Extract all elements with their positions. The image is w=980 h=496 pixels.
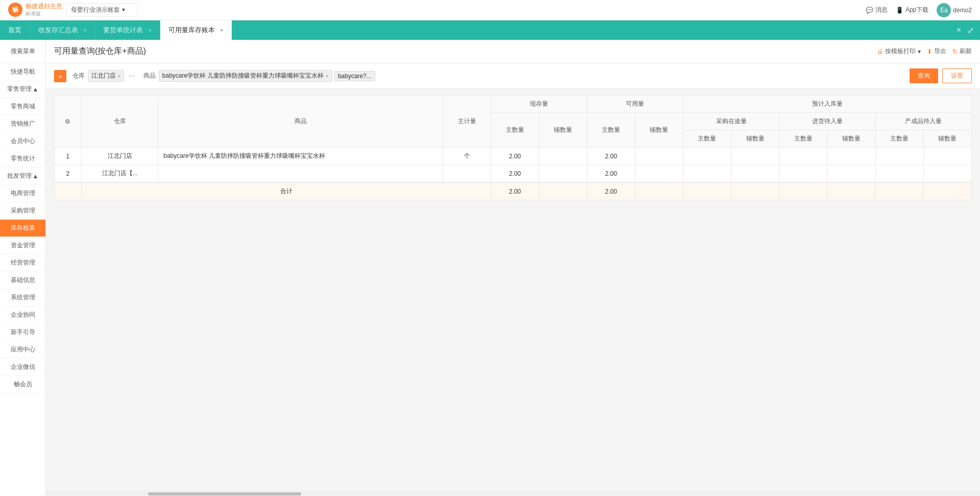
main-content: 可用量查询(按仓库+商品) 🖨 按模板打印 ▾ ⬇ 导出 ↻ 刷新 (46, 40, 980, 496)
sidebar-item-ecommerce[interactable]: 电商管理 (0, 185, 45, 202)
expand-icon: » (58, 72, 62, 80)
row1-available-sub (635, 148, 683, 165)
sidebar-item-purchase[interactable]: 采购管理 (0, 202, 45, 220)
sidebar-item-quick-nav[interactable]: 快捷导航 (0, 63, 45, 81)
footer-purchase-sub (731, 182, 779, 200)
sidebar-item-retail-mall[interactable]: 零售商城 (0, 98, 45, 115)
row1-stock-main: 2.00 (491, 148, 539, 165)
row2-stock-main: 2.00 (491, 165, 539, 183)
wholesale-expand-icon: ▲ (33, 173, 39, 180)
row2-stock-sub (539, 165, 587, 183)
logo-sub: 标准版 (26, 10, 62, 17)
col-purchase-transit-main: 主数量 (683, 130, 731, 148)
app-download-button[interactable]: 📱 App下载 (896, 6, 928, 14)
query-button[interactable]: 查询 (910, 68, 938, 83)
tab-available-close[interactable]: × (220, 27, 223, 33)
tab-available-label: 可用量库存账本 (168, 26, 215, 35)
footer-incoming-sub (827, 182, 875, 200)
col-stock-header: 现存量 (491, 96, 587, 113)
sidebar-item-wholesale-mgmt[interactable]: 批发管理 ▲ (0, 168, 45, 185)
row2-purchase-main (683, 165, 731, 183)
printer-icon: 🖨 (877, 48, 883, 55)
tab-receive-close[interactable]: × (83, 27, 86, 33)
row1-seq: 1 (55, 148, 82, 165)
col-stock-sub-header: 辅数量 (539, 113, 587, 148)
filter-expand-button[interactable]: » (54, 70, 66, 82)
page-header: 可用量查询(按仓库+商品) 🖨 按模板打印 ▾ ⬇ 导出 ↻ 刷新 (46, 40, 980, 63)
footer-stock-main: 2.00 (491, 182, 539, 200)
col-available-sub-header: 辅数量 (635, 113, 683, 148)
tab-home[interactable]: 首页 (0, 20, 30, 40)
sidebar-item-basic-info[interactable]: 基础信息 (0, 272, 45, 289)
tab-order-label: 要货单统计表 (103, 26, 143, 35)
footer-product-sub (923, 182, 971, 200)
row1-purchase-main (683, 148, 731, 165)
col-incoming-sub: 辅数量 (827, 130, 875, 148)
page-header-actions: 🖨 按模板打印 ▾ ⬇ 导出 ↻ 刷新 (877, 47, 972, 62)
avatar: Ea (937, 3, 951, 17)
warehouse-tag-jiangbei[interactable]: 江北门店 × (88, 70, 124, 82)
sidebar-item-inventory[interactable]: 库存核算 (0, 220, 45, 237)
top-bar-left: 畅 畅捷通好生意 标准版 母婴行业演示账套 ▾ (8, 3, 138, 17)
tab-close-all[interactable]: × (954, 25, 963, 36)
footer-purchase-main (683, 182, 731, 200)
tab-available-inventory[interactable]: 可用量库存账本 × (160, 20, 232, 40)
logo-text: 畅捷通好生意 (26, 3, 62, 10)
sidebar-item-retail-mgmt[interactable]: 零售管理 ▲ (0, 81, 45, 98)
row2-warehouse: 江北门店【... (81, 165, 158, 183)
sidebar-item-marketing[interactable]: 营销推广 (0, 115, 45, 133)
export-icon: ⬇ (927, 48, 932, 55)
template-print-button[interactable]: 🖨 按模板打印 ▾ (877, 47, 921, 56)
message-icon: 💬 (866, 7, 873, 14)
sidebar-item-enterprise-wechat[interactable]: 企业微信 (0, 359, 45, 376)
sidebar-item-finance[interactable]: 资金管理 (0, 237, 45, 254)
sidebar-search-button[interactable]: 搜索菜单 (4, 45, 41, 58)
warehouse-tag-close[interactable]: × (117, 73, 120, 79)
col-purchase-transit-sub: 辅数量 (731, 130, 779, 148)
table-area: ⚙ 仓库 商品 主计量 现存量 可用量 预计入库量 主数量 辅数量 主数量 辅数… (46, 89, 980, 491)
scrollbar-thumb[interactable] (148, 492, 301, 495)
tab-order-stats[interactable]: 要货单统计表 × (95, 20, 160, 40)
tenant-selector[interactable]: 母婴行业演示账套 ▾ (66, 3, 138, 17)
sidebar-item-member-center[interactable]: 会员中心 (0, 133, 45, 150)
message-button[interactable]: 💬 消息 (866, 6, 888, 14)
row2-available-sub (635, 165, 683, 183)
sidebar-item-enterprise-collab[interactable]: 企业协同 (0, 306, 45, 324)
tab-expand[interactable]: ⤢ (965, 25, 976, 36)
footer-incoming-main (779, 182, 827, 200)
product-filter-label: 商品 (143, 72, 156, 80)
sidebar-item-retail-stats[interactable]: 零售统计 (0, 150, 45, 168)
tab-order-close[interactable]: × (148, 27, 151, 33)
sidebar-item-new-guide[interactable]: 新手引导 (0, 324, 45, 341)
col-incoming-header: 进货待入量 (779, 113, 875, 130)
col-product-pending-header: 产成品待入量 (875, 113, 971, 130)
sidebar-item-vip-member[interactable]: 畅会员 (0, 376, 45, 393)
sidebar: 搜索菜单 快捷导航 零售管理 ▲ 零售商城 营销推广 会员中心 零售统计 批发管… (0, 40, 46, 496)
sidebar-item-system-mgmt[interactable]: 系统管理 (0, 289, 45, 306)
row1-incoming-sub (827, 148, 875, 165)
product-tag-babycare[interactable]: babycare学饮杯 儿童防摔防撞吸管杯重力球吸嘴杯宝宝水杯 × (159, 70, 332, 82)
row1-warehouse: 江北门店 (81, 148, 158, 165)
settings-gear-icon[interactable]: ⚙ (65, 118, 70, 125)
row1-product: babycare学饮杯 儿童防摔防撞吸管杯重力球吸嘴杯宝宝水杯 (158, 148, 443, 165)
layout: 搜索菜单 快捷导航 零售管理 ▲ 零售商城 营销推广 会员中心 零售统计 批发管… (0, 40, 980, 496)
table-row: 1 江北门店 babycare学饮杯 儿童防摔防撞吸管杯重力球吸嘴杯宝宝水杯 个… (55, 148, 972, 165)
col-warehouse-header: 仓库 (81, 96, 158, 148)
product-tag2-text: babycare?... (338, 73, 372, 80)
col-product-header: 商品 (158, 96, 443, 148)
warehouse-more-button[interactable]: ··· (126, 72, 137, 81)
product-tag-babycare2[interactable]: babycare?... (334, 71, 375, 81)
settings-button[interactable]: 设置 (942, 68, 972, 83)
bottom-scrollbar[interactable] (46, 491, 980, 496)
product-tag-close[interactable]: × (325, 73, 328, 79)
sidebar-item-operations[interactable]: 经营管理 (0, 254, 45, 272)
user-area[interactable]: Ea demo2 (937, 3, 972, 17)
tab-receive-summary[interactable]: 收发存汇总表 × (30, 20, 95, 40)
col-incoming-main: 主数量 (779, 130, 827, 148)
sidebar-item-app-center[interactable]: 应用中心 (0, 341, 45, 359)
export-button[interactable]: ⬇ 导出 (927, 47, 946, 56)
tab-receive-label: 收发存汇总表 (38, 26, 78, 35)
refresh-button[interactable]: ↻ 刷新 (952, 47, 972, 56)
logo-area: 畅 畅捷通好生意 标准版 (8, 3, 62, 17)
product-filter-tags: babycare学饮杯 儿童防摔防撞吸管杯重力球吸嘴杯宝宝水杯 × babyca… (159, 70, 375, 82)
